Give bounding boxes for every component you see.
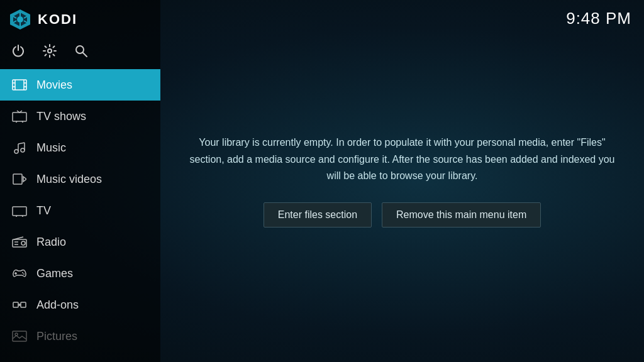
sidebar-item-pictures-label: Pictures — [36, 330, 77, 343]
main-content: Your library is currently empty. In orde… — [160, 0, 644, 362]
sidebar-item-radio[interactable]: Radio — [0, 226, 160, 258]
nav-menu: Movies TV shows — [0, 69, 160, 362]
power-icon[interactable] — [11, 44, 25, 58]
sidebar-item-tv-shows[interactable]: TV shows — [0, 101, 160, 132]
remove-menu-item-button[interactable]: Remove this main menu item — [382, 202, 541, 228]
svg-point-2 — [17, 16, 23, 23]
svg-point-35 — [21, 241, 25, 245]
add-ons-icon — [11, 297, 28, 313]
sidebar-item-tv-shows-label: TV shows — [36, 110, 86, 123]
settings-icon[interactable] — [43, 44, 57, 58]
sidebar-item-movies-label: Movies — [36, 79, 72, 92]
tv-shows-icon — [11, 108, 28, 124]
svg-rect-30 — [13, 207, 26, 216]
sidebar-item-radio-label: Radio — [36, 236, 66, 249]
sidebar-item-tv[interactable]: TV — [0, 195, 160, 226]
sidebar-item-movies[interactable]: Movies — [0, 69, 160, 101]
enter-files-section-button[interactable]: Enter files section — [264, 202, 372, 228]
kodi-logo-icon — [9, 8, 31, 31]
games-icon — [11, 265, 28, 282]
svg-line-11 — [83, 53, 87, 57]
sidebar-item-add-ons[interactable]: Add-ons — [0, 289, 160, 321]
svg-rect-28 — [13, 174, 22, 184]
sidebar-item-tv-label: TV — [36, 204, 51, 217]
sidebar-item-music-videos[interactable]: Music videos — [0, 163, 160, 195]
pictures-icon — [11, 328, 28, 344]
svg-rect-43 — [21, 302, 26, 307]
empty-library-text: Your library is currently empty. In orde… — [189, 134, 616, 184]
sidebar-item-games-label: Games — [36, 267, 73, 280]
sidebar-item-music[interactable]: Music — [0, 132, 160, 163]
svg-point-23 — [14, 150, 18, 153]
sidebar: KODI — [0, 0, 160, 362]
svg-point-40 — [22, 272, 23, 273]
music-icon — [11, 140, 28, 156]
svg-line-27 — [18, 143, 25, 144]
radio-icon — [11, 234, 28, 250]
movies-icon — [11, 77, 28, 93]
svg-rect-34 — [13, 239, 26, 247]
svg-point-9 — [48, 49, 52, 53]
sidebar-item-music-label: Music — [36, 141, 66, 155]
logo-area: KODI — [0, 0, 160, 36]
empty-library-message-box: Your library is currently empty. In orde… — [176, 134, 629, 227]
clock: 9:48 PM — [566, 9, 631, 28]
sidebar-item-add-ons-label: Add-ons — [36, 299, 79, 312]
sidebar-item-pictures[interactable]: Pictures — [0, 321, 160, 352]
sidebar-item-games[interactable]: Games — [0, 258, 160, 289]
search-icon[interactable] — [74, 44, 88, 58]
svg-rect-19 — [13, 112, 26, 121]
action-buttons: Enter files section Remove this main men… — [189, 202, 616, 228]
svg-point-24 — [21, 148, 25, 152]
svg-point-41 — [23, 273, 25, 275]
svg-marker-29 — [23, 177, 26, 182]
sidebar-item-music-videos-label: Music videos — [36, 173, 102, 186]
music-videos-icon — [11, 171, 28, 187]
app-title: KODI — [38, 11, 77, 28]
tv-icon — [11, 202, 28, 219]
toolbar — [0, 36, 160, 69]
svg-rect-42 — [13, 302, 18, 307]
svg-rect-46 — [13, 331, 26, 341]
